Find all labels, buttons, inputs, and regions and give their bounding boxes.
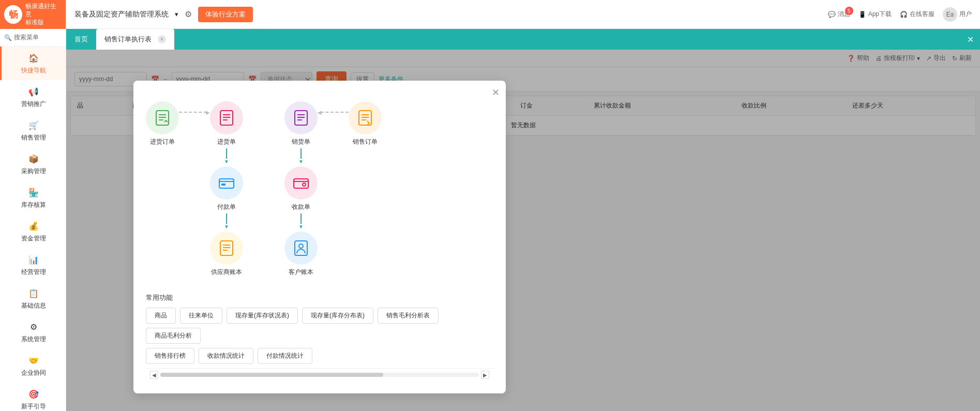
message-action[interactable]: 💬 消息 5 (828, 10, 850, 19)
flow-node-customer-ledger[interactable]: 客户账本 (284, 232, 318, 277)
btn-sales-profit[interactable]: 销售毛利分析表 (378, 308, 439, 324)
btn-counterpart[interactable]: 往来单位 (180, 308, 222, 324)
common-functions-title: 常用功能 (146, 293, 493, 302)
sidebar-item-operations[interactable]: 📊 经营管理 (0, 248, 66, 282)
top-header: 装备及固定资产辅助管理系统 ▾ ⚙ 体验行业方案 💬 消息 5 📱 App下载 … (66, 0, 980, 29)
sales-bill-circle (284, 101, 318, 134)
system-dropdown[interactable]: ▾ (175, 10, 178, 18)
purchase-order-circle (146, 101, 179, 134)
flow-node-sales-order[interactable]: 销售订单 (349, 101, 382, 146)
scroll-track[interactable] (160, 373, 479, 377)
svg-rect-19 (294, 179, 308, 188)
message-icon: 💬 (828, 11, 836, 18)
sidebar-item-inventory[interactable]: 🏪 库存核算 (0, 181, 66, 215)
sidebar-item-sales[interactable]: 🛒 销售管理 (0, 114, 66, 147)
inventory-icon: 🏪 (27, 186, 40, 199)
tab-home[interactable]: 首页 (66, 29, 96, 50)
btn-stock-dist[interactable]: 现存量(库存分布表) (302, 308, 373, 324)
search-icon: 🔍 (4, 34, 12, 41)
system-icon: ⚙ (27, 321, 40, 333)
scroll-left-button[interactable]: ◀ (150, 371, 158, 379)
scroll-thumb (160, 373, 383, 377)
sidebar-item-finance[interactable]: 💰 资金管理 (0, 215, 66, 248)
tab-bar-close-button[interactable]: ✕ (967, 35, 974, 44)
operations-icon: 📊 (27, 253, 40, 266)
sidebar-item-marketing[interactable]: 📢 营销推广 (0, 80, 66, 114)
gear-icon[interactable]: ⚙ (185, 9, 192, 19)
logo-icon: 畅 (4, 5, 22, 24)
common-buttons-row2: 销售排行榜 收款情况统计 付款情况统计 (146, 348, 493, 364)
sidebar-item-newbie[interactable]: 🎯 新手引导 (0, 383, 66, 411)
flow-diagram: 进货订单 进货单 ▼ (146, 93, 493, 285)
enterprise-icon: 🤝 (27, 354, 40, 367)
sidebar-item-system[interactable]: ⚙ 系统管理 (0, 315, 66, 349)
flow-node-supplier-ledger[interactable]: 供应商账本 (210, 232, 243, 277)
flow-node-purchase-order[interactable]: 进货订单 (146, 101, 179, 146)
app-download-icon: 📱 (858, 11, 866, 18)
finance-icon: 💰 (27, 220, 40, 232)
scroll-bar-area: ◀ ▶ (146, 368, 493, 381)
svg-point-23 (299, 244, 303, 248)
sidebar-search[interactable]: 🔍 搜索菜单 (0, 29, 66, 47)
purchase-bill-circle (210, 101, 243, 134)
btn-stock-status[interactable]: 现存量(库存状况表) (227, 308, 298, 324)
btn-payment-stats[interactable]: 付款情况统计 (258, 348, 312, 364)
user-action[interactable]: Ea 用户 (943, 7, 972, 22)
purchase-icon: 📦 (27, 153, 40, 165)
sales-order-circle (349, 101, 382, 134)
app-download-action[interactable]: 📱 App下载 (858, 10, 892, 19)
tab-bar: 首页 销售订单执行表 × ✕ (66, 29, 980, 50)
arrow-purchase-order-to-bill (179, 112, 210, 113)
tab-sales-order-exec[interactable]: 销售订单执行表 × (96, 29, 174, 50)
flow-node-payment[interactable]: 付款单 (210, 166, 243, 211)
common-buttons-row: 商品 往来单位 现存量(库存状况表) 现存量(库存分布表) 销售毛利分析表 商品… (146, 308, 493, 344)
marketing-icon: 📢 (27, 85, 40, 98)
sidebar-item-quick-nav[interactable]: 🏠 快捷导航 (0, 47, 66, 80)
experience-button[interactable]: 体验行业方案 (198, 7, 253, 22)
btn-goods[interactable]: 商品 (146, 308, 176, 324)
logo-text: 畅康通好生意 标准版 (25, 3, 62, 27)
newbie-icon: 🎯 (27, 388, 40, 400)
sidebar-logo: 畅 畅康通好生意 标准版 (0, 0, 66, 29)
main-area: 装备及固定资产辅助管理系统 ▾ ⚙ 体验行业方案 💬 消息 5 📱 App下载 … (66, 0, 980, 411)
receipt-circle (284, 166, 318, 200)
sidebar-item-purchase[interactable]: 📦 采购管理 (0, 147, 66, 181)
customer-ledger-circle (284, 232, 318, 265)
quick-guide-panel: ✕ 进货订单 (133, 81, 506, 393)
arrow-sales-order-to-bill (318, 112, 349, 113)
common-functions: 常用功能 商品 往来单位 现存量(库存状况表) 现存量(库存分布表) 销售毛利分… (146, 293, 493, 364)
service-icon: 🎧 (900, 11, 908, 18)
basic-info-icon: 📋 (27, 287, 40, 299)
btn-goods-profit[interactable]: 商品毛利分析 (146, 328, 201, 344)
sidebar-nav: 🏠 快捷导航 📢 营销推广 🛒 销售管理 📦 采购管理 🏪 库存核算 💰 (0, 47, 66, 411)
user-avatar: Ea (943, 7, 957, 22)
sidebar-item-basic-info[interactable]: 📋 基础信息 (0, 282, 66, 315)
scroll-right-button[interactable]: ▶ (481, 371, 489, 379)
sales-icon: 🛒 (27, 119, 40, 131)
svg-rect-8 (219, 179, 234, 188)
supplier-ledger-circle (210, 232, 243, 265)
content-area: ❓ 帮助 🖨 按模板打印 ▾ ↗ 导出 ↻ 刷新 (66, 50, 980, 411)
flow-node-purchase-bill[interactable]: 进货单 (210, 101, 243, 146)
tab-close-button[interactable]: × (158, 35, 166, 43)
online-service-action[interactable]: 🎧 在线客服 (900, 10, 934, 19)
btn-sales-rank[interactable]: 销售排行榜 (146, 348, 194, 364)
sidebar: 畅 畅康通好生意 标准版 🔍 搜索菜单 🏠 快捷导航 📢 营销推广 🛒 销售管理 (0, 0, 66, 411)
header-actions: 💬 消息 5 📱 App下载 🎧 在线客服 Ea 用户 (828, 7, 972, 22)
quick-nav-icon: 🏠 (27, 52, 40, 64)
quick-guide-close-button[interactable]: ✕ (492, 87, 500, 98)
payment-circle (210, 166, 243, 200)
sidebar-item-enterprise[interactable]: 🤝 企业协同 (0, 349, 66, 383)
flow-node-receipt[interactable]: 收款单 (284, 166, 318, 211)
svg-rect-10 (221, 184, 225, 186)
flow-node-sales-bill[interactable]: 销货单 (284, 101, 318, 146)
btn-receipt-stats[interactable]: 收款情况统计 (199, 348, 253, 364)
dropdown-icon: ▾ (175, 10, 178, 18)
message-badge: 5 (845, 7, 853, 15)
svg-point-21 (303, 183, 306, 186)
system-title: 装备及固定资产辅助管理系统 (74, 10, 169, 19)
